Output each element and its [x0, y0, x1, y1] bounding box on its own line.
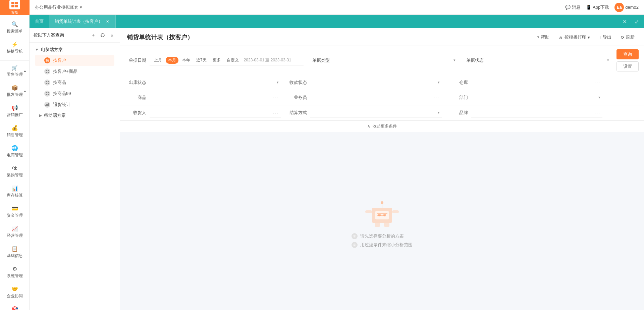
user-profile-btn[interactable]: Ea demo2	[614, 3, 639, 12]
add-scheme-btn[interactable]: ＋	[90, 32, 97, 39]
template-print-btn[interactable]: 🖨 按模板打印 ▾	[556, 33, 593, 42]
more-btn[interactable]: 更多	[210, 57, 223, 64]
template-print-label: 按模板打印	[565, 34, 586, 40]
salesperson-input[interactable]: ···	[310, 93, 441, 102]
custom-btn[interactable]: 自定义	[224, 57, 241, 64]
receipt-status-cell: 收款状态 ▾	[286, 78, 441, 87]
sidebar-item-retail[interactable]: 🛒 零售管理 ▲	[0, 61, 30, 81]
tab-home-label: 首页	[35, 18, 44, 24]
desktop-group-header[interactable]: ▼ 电脑端方案	[32, 45, 117, 55]
mobile-group-header[interactable]: ▶ 移动端方案	[32, 110, 117, 120]
settings-btn[interactable]: 设置	[616, 61, 639, 71]
sidebar-logo[interactable]: 标版	[0, 0, 30, 15]
tip-num-2: ②	[352, 242, 358, 248]
sidebar-item-search[interactable]: 🔍 搜索菜单	[0, 17, 30, 38]
out-status-arrow: ▾	[277, 80, 279, 85]
collapse-more-btn[interactable]: ∧ 收起更多条件	[120, 120, 644, 132]
app-download-icon: 📱	[586, 5, 591, 10]
sidebar-item-newguide[interactable]: 🎯 新手引导	[0, 302, 30, 310]
left-panel-actions: ＋ «	[90, 32, 116, 39]
message-icon: 💬	[565, 5, 571, 10]
bill-type-input[interactable]: ▾	[333, 56, 458, 65]
tab-home[interactable]: 首页	[30, 15, 49, 28]
tab-minimize-btn[interactable]: ✕	[620, 17, 629, 26]
goods-dots: ···	[273, 95, 279, 100]
receipt-status-input[interactable]: ▾	[310, 78, 441, 87]
row3-spacer	[602, 93, 639, 102]
left-panel-header: 按以下方案查询 ＋ «	[30, 28, 120, 43]
empty-tips: ① 请先选择要分析的方案 ② 用过滤条件来缩小分析范围	[352, 233, 413, 248]
refresh-scheme-btn[interactable]	[99, 32, 106, 39]
tip-num-1: ①	[352, 233, 358, 239]
department-label: 部门	[447, 95, 471, 101]
salesperson-dots: ···	[434, 95, 440, 100]
settlement-arrow: ▾	[438, 110, 440, 115]
sidebar-item-enterprise[interactable]: 🤝 企业协同	[0, 282, 30, 302]
content-area: 按以下方案查询 ＋ « ▼ 电脑端方案	[30, 28, 644, 310]
tree-item-by-goods[interactable]: 按商品	[35, 77, 114, 88]
date-filter-input[interactable]: 上月 本月 本年 近7天 更多 自定义 2023-03-01 至 2023-03…	[150, 55, 304, 65]
sidebar-item-sales[interactable]: 💰 销售管理	[0, 121, 30, 141]
tree-item-return-stat[interactable]: 退货统计	[35, 99, 114, 110]
svg-rect-11	[48, 83, 49, 84]
svg-rect-2	[11, 5, 14, 7]
sidebar-item-system[interactable]: ⚙ 系统管理	[0, 262, 30, 282]
sidebar-item-ecommerce[interactable]: 🌐 电商管理	[0, 141, 30, 161]
enterprise-icon: 🤝	[11, 286, 18, 292]
sidebar-item-marketing-label: 营销推广	[7, 112, 23, 118]
recipient-input[interactable]: ···	[150, 108, 281, 117]
sidebar-item-finance[interactable]: 💳 资金管理	[0, 202, 30, 222]
tree-item-customer-goods-label: 按客户+商品	[53, 68, 77, 74]
sidebar-item-operation[interactable]: 📈 经营管理	[0, 222, 30, 242]
message-btn[interactable]: 💬 消息	[565, 4, 581, 10]
svg-rect-30	[375, 223, 380, 227]
sidebar-item-quicknav[interactable]: ⚡ 快捷导航	[0, 38, 30, 58]
last-month-btn[interactable]: 上月	[152, 57, 164, 64]
warehouse-input[interactable]: ···	[471, 78, 602, 87]
tab-sales-stat-label: 销货单统计表（按客户）	[55, 18, 103, 24]
purchase-icon: 🛍	[11, 165, 18, 171]
app-download-btn[interactable]: 📱 App下载	[586, 4, 609, 10]
tip-text-2: 用过滤条件来缩小分析范围	[360, 242, 413, 248]
this-month-btn[interactable]: 本月	[166, 57, 178, 64]
query-btn[interactable]: 查询	[616, 49, 639, 59]
sidebar-item-ecommerce-label: 电商管理	[7, 152, 23, 158]
department-input[interactable]: ▾	[471, 93, 602, 102]
help-btn[interactable]: ? 帮助	[534, 33, 552, 42]
tree-item-goods99[interactable]: 按商品99	[35, 88, 114, 99]
recipient-label: 收货人	[125, 110, 150, 116]
export-label: 导出	[603, 34, 611, 40]
sidebar-item-purchase[interactable]: 🛍 采购管理	[0, 161, 30, 182]
tab-sales-stat[interactable]: 销货单统计表（按客户） ✕	[49, 15, 116, 28]
this-year-btn[interactable]: 本年	[180, 57, 193, 64]
svg-rect-29	[392, 210, 399, 213]
content-body: ① 请先选择要分析的方案 ② 用过滤条件来缩小分析范围	[120, 132, 644, 310]
avatar: Ea	[614, 3, 624, 12]
industry-dropdown[interactable]: 办公用品行业模拟账套 ▾	[35, 4, 82, 10]
tab-expand-btn[interactable]: ⤢	[632, 17, 641, 26]
refresh-btn[interactable]: ⟳ 刷新	[618, 33, 637, 42]
settlement-input[interactable]: ▾	[310, 108, 441, 117]
sidebar-item-inventory[interactable]: 📊 库存核算	[0, 182, 30, 202]
sidebar-item-basicinfo[interactable]: 📋 基础信息	[0, 242, 30, 262]
last7-btn[interactable]: 近7天	[194, 57, 209, 64]
sidebar-item-marketing[interactable]: 📢 营销推广	[0, 101, 30, 121]
sidebar-item-operation-label: 经营管理	[7, 233, 23, 239]
right-panel: 销货单统计表（按客户） ? 帮助 🖨 按模板打印 ▾ ↑	[120, 28, 644, 310]
export-btn[interactable]: ↑ 导出	[597, 33, 614, 42]
svg-rect-1	[15, 2, 18, 4]
desktop-group-label: 电脑端方案	[41, 47, 63, 53]
sidebar-item-wholesale[interactable]: 📦 批发管理 ▲	[0, 81, 30, 101]
brand-input[interactable]: ···	[471, 108, 602, 117]
bill-status-input[interactable]: ▾	[487, 56, 611, 65]
collapse-panel-btn[interactable]: «	[108, 32, 116, 39]
out-status-input[interactable]: ▾	[150, 78, 281, 87]
tab-close-btn[interactable]: ✕	[105, 19, 110, 24]
tree-item-by-customer[interactable]: 按 按客户	[35, 55, 114, 66]
receipt-status-label: 收款状态	[286, 80, 310, 86]
operation-icon: 📈	[11, 225, 18, 232]
out-status-cell: 出库状态 ▾	[125, 78, 281, 87]
goods-input[interactable]: ···	[150, 93, 281, 102]
tree-item-customer-goods[interactable]: 按客户+商品	[35, 66, 114, 77]
svg-rect-14	[46, 94, 47, 95]
